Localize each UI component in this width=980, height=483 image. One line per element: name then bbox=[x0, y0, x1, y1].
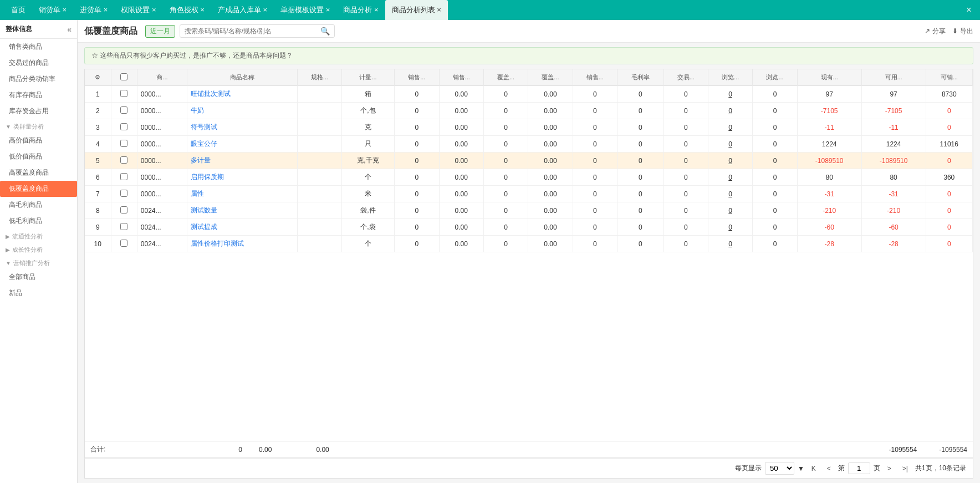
row-cov2: 0.00 bbox=[528, 202, 573, 219]
row-checkbox[interactable] bbox=[111, 186, 137, 202]
first-page-button[interactable]: K bbox=[808, 463, 820, 474]
sidebar-item-high-margin[interactable]: 高毛利商品 bbox=[0, 197, 77, 213]
row-browse1[interactable]: 0 bbox=[708, 86, 752, 103]
col-sales1-header[interactable]: 销售... bbox=[395, 69, 439, 86]
page-size-select[interactable]: 50 100 200 bbox=[765, 462, 794, 475]
row-checkbox[interactable] bbox=[111, 103, 137, 119]
select-all-checkbox[interactable] bbox=[120, 73, 127, 80]
sidebar-item-new-products[interactable]: 新品 bbox=[0, 285, 77, 301]
row-code: 0000... bbox=[137, 136, 187, 152]
row-browse1[interactable]: 0 bbox=[708, 202, 752, 219]
row-profit: 0 bbox=[617, 236, 663, 252]
row-browse1[interactable]: 0 bbox=[708, 136, 752, 152]
table-row: 7 0000... 属性 米 0 0.00 0 0.00 0 0 0 0 0 -… bbox=[85, 186, 973, 202]
row-browse1[interactable]: 0 bbox=[708, 219, 752, 236]
row-name[interactable]: 属性价格打印测试 bbox=[187, 236, 297, 252]
row-num: 9 bbox=[85, 219, 111, 236]
sidebar-item-all-products[interactable]: 全部商品 bbox=[0, 269, 77, 285]
row-name[interactable]: 旺铺批次测试 bbox=[187, 86, 297, 103]
sidebar-item-low-coverage[interactable]: 低覆盖度商品 bbox=[0, 181, 77, 197]
col-unit-header[interactable]: 计量... bbox=[341, 69, 394, 86]
sidebar-item-low-margin[interactable]: 低毛利商品 bbox=[0, 213, 77, 229]
sidebar-section-cluster[interactable]: ▼ 类群量分析 bbox=[0, 119, 77, 133]
row-sellable: 360 bbox=[926, 169, 972, 186]
page-number-input[interactable] bbox=[848, 462, 870, 474]
nav-permissions[interactable]: 权限设置 × bbox=[114, 0, 162, 20]
col-profit-header[interactable]: 毛利率 bbox=[617, 69, 663, 86]
row-cov1: 0 bbox=[483, 136, 528, 152]
row-spec bbox=[297, 136, 341, 152]
row-name[interactable]: 测试数量 bbox=[187, 202, 297, 219]
time-filter-button[interactable]: 近一月 bbox=[145, 25, 175, 38]
row-browse1[interactable]: 0 bbox=[708, 103, 752, 119]
row-unit: 个 bbox=[341, 236, 394, 252]
nav-product-analysis[interactable]: 商品分析 × bbox=[336, 0, 385, 20]
nav-role-auth[interactable]: 角色授权 × bbox=[163, 0, 211, 20]
row-checkbox[interactable] bbox=[111, 202, 137, 219]
row-checkbox[interactable] bbox=[111, 136, 137, 152]
row-checkbox[interactable] bbox=[111, 119, 137, 136]
sidebar-item-category-turnover[interactable]: 商品分类动销率 bbox=[0, 71, 77, 87]
row-unit: 克,千克 bbox=[341, 152, 394, 169]
row-browse1[interactable]: 0 bbox=[708, 186, 752, 202]
next-page-button[interactable]: > bbox=[884, 463, 895, 474]
nav-product-analysis-list[interactable]: 商品分析列表 × bbox=[385, 0, 448, 20]
col-code-header[interactable]: 商... bbox=[137, 69, 187, 86]
close-button[interactable]: × bbox=[962, 3, 976, 17]
share-button[interactable]: ↗ 分享 bbox=[925, 27, 946, 36]
row-name[interactable]: 属性 bbox=[187, 186, 297, 202]
col-browse1-header[interactable]: 浏览... bbox=[708, 69, 752, 86]
export-button[interactable]: ⬇ 导出 bbox=[952, 27, 973, 36]
row-checkbox[interactable] bbox=[111, 152, 137, 169]
nav-purchase-order[interactable]: 进货单 × bbox=[73, 0, 114, 20]
col-spec-header[interactable]: 规格... bbox=[297, 69, 341, 86]
row-checkbox[interactable] bbox=[111, 236, 137, 252]
row-checkbox[interactable] bbox=[111, 86, 137, 103]
col-current-header[interactable]: 现有... bbox=[797, 69, 861, 86]
row-browse1[interactable]: 0 bbox=[708, 119, 752, 136]
col-cov1-header[interactable]: 覆盖... bbox=[483, 69, 528, 86]
sidebar-section-circulation[interactable]: ▶ 流通性分析 bbox=[0, 229, 77, 242]
col-available-header[interactable]: 可用... bbox=[861, 69, 926, 86]
row-name[interactable]: 牛奶 bbox=[187, 103, 297, 119]
sidebar-item-inventory-capital[interactable]: 库存资金占用 bbox=[0, 103, 77, 119]
col-trans-header[interactable]: 交易... bbox=[663, 69, 708, 86]
sidebar-section-marketing[interactable]: ▼ 营销推广分析 bbox=[0, 256, 77, 269]
row-spec bbox=[297, 152, 341, 169]
sidebar-item-high-value[interactable]: 高价值商品 bbox=[0, 133, 77, 149]
row-name[interactable]: 符号测试 bbox=[187, 119, 297, 136]
col-browse2-header[interactable]: 浏览... bbox=[753, 69, 797, 86]
search-input[interactable] bbox=[185, 27, 320, 35]
col-sales2-header[interactable]: 销售... bbox=[439, 69, 483, 86]
sidebar-item-sales-products[interactable]: 销售类商品 bbox=[0, 39, 77, 55]
col-sales3-header[interactable]: 销售... bbox=[573, 69, 617, 86]
col-sellable-header[interactable]: 可销... bbox=[926, 69, 972, 86]
nav-home[interactable]: 首页 bbox=[4, 0, 32, 20]
prev-page-button[interactable]: < bbox=[823, 463, 835, 474]
sidebar-item-low-value[interactable]: 低价值商品 bbox=[0, 149, 77, 165]
col-name-header[interactable]: 商品名称 bbox=[187, 69, 297, 86]
sidebar-item-traded-products[interactable]: 交易过的商品 bbox=[0, 55, 77, 71]
row-browse1[interactable]: 0 bbox=[708, 169, 752, 186]
row-name[interactable]: 眼宝公仔 bbox=[187, 136, 297, 152]
sidebar-item-stocked-products[interactable]: 有库存商品 bbox=[0, 87, 77, 103]
nav-product-stock[interactable]: 产成品入库单 × bbox=[211, 0, 274, 20]
row-sales3: 0 bbox=[573, 86, 617, 103]
last-page-button[interactable]: >| bbox=[899, 463, 912, 474]
row-name[interactable]: 多计量 bbox=[187, 152, 297, 169]
row-name[interactable]: 测试提成 bbox=[187, 219, 297, 236]
row-checkbox[interactable] bbox=[111, 169, 137, 186]
nav-template-settings[interactable]: 单据模板设置 × bbox=[274, 0, 336, 20]
row-checkbox[interactable] bbox=[111, 219, 137, 236]
sidebar-toggle-button[interactable]: « bbox=[67, 25, 72, 34]
row-browse1[interactable]: 0 bbox=[708, 236, 752, 252]
row-browse2: 0 bbox=[753, 169, 797, 186]
row-available: -210 bbox=[861, 202, 926, 219]
nav-sales-order[interactable]: 销货单 × bbox=[32, 0, 73, 20]
col-cov2-header[interactable]: 覆盖... bbox=[528, 69, 573, 86]
row-name[interactable]: 启用保质期 bbox=[187, 169, 297, 186]
col-settings[interactable]: ⚙ bbox=[85, 69, 111, 86]
sidebar-section-growth[interactable]: ▶ 成长性分析 bbox=[0, 242, 77, 256]
row-browse1[interactable]: 0 bbox=[708, 152, 752, 169]
sidebar-item-high-coverage[interactable]: 高覆盖度商品 bbox=[0, 165, 77, 181]
